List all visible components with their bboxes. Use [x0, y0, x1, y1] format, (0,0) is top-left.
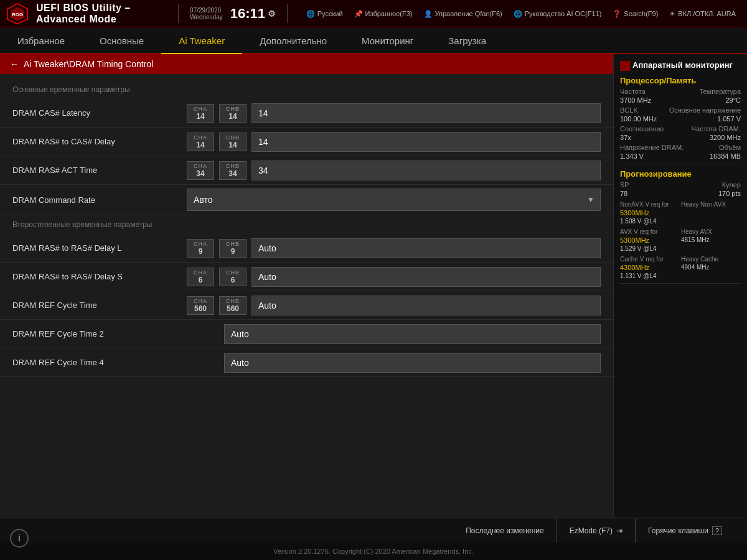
- ras-act-channels: CHA 34 CHB 34: [187, 161, 247, 180]
- ras-ras-l-input[interactable]: [251, 238, 601, 258]
- qfan-action[interactable]: 👤 Управление Qfan(F6): [419, 7, 507, 21]
- version-text: Version 2.20.1276. Copyright (C) 2020 Am…: [273, 548, 474, 555]
- ref-chb-badge: CHB 560: [219, 296, 247, 315]
- ras-cas-label: DRAM RAS# to CAS# Delay: [12, 137, 187, 146]
- cache-heavy-val: 4904 MHz: [681, 264, 741, 271]
- non-avx-label-row: NonAVX V req for Heavy Non-AVX: [620, 201, 741, 208]
- ai-oc-label: Руководство AI OC(F11): [525, 10, 602, 17]
- ref4-label: DRAM REF Cycle Time 4: [12, 358, 187, 367]
- cpu-mem-section-title: Процессор/Память: [620, 76, 741, 85]
- ras-cas-chb-val: 14: [228, 141, 237, 149]
- ref2-label: DRAM REF Cycle Time 2: [12, 329, 187, 338]
- ref-label: DRAM REF Cycle Time: [12, 301, 187, 310]
- aura-icon: ☀: [669, 10, 675, 18]
- ref2-input[interactable]: [224, 324, 601, 344]
- ai-oc-action[interactable]: 🌐 Руководство AI OC(F11): [509, 7, 607, 21]
- cas-cha-badge: CHA 14: [187, 104, 214, 123]
- bclk-volt-label-row: BCLK Основное напряжение: [620, 106, 741, 114]
- non-avx-label: NonAVX V req for: [620, 201, 680, 208]
- nav-item-ai-tweaker[interactable]: Ai Tweaker: [161, 28, 242, 54]
- ref4-input[interactable]: [224, 353, 601, 373]
- ref-chb-label: CHB: [226, 298, 240, 304]
- back-arrow-icon[interactable]: ←: [10, 59, 19, 69]
- capacity-label: Объём: [719, 144, 741, 151]
- setting-row-cmd-rate: DRAM Command Rate Авто 1T 2T ▼: [0, 185, 613, 215]
- favorites-action[interactable]: 📌 Избранное(F3): [349, 7, 418, 21]
- ratio-label: Соотношение: [620, 125, 664, 133]
- hotkeys-action[interactable]: Горячие клавиши ?: [636, 518, 735, 543]
- sp-cooler-val-row: 78 170 pts: [620, 190, 741, 197]
- setting-row-ref4: DRAM REF Cycle Time 4: [0, 348, 613, 377]
- ai-icon: 🌐: [514, 10, 522, 18]
- divider-2: [287, 4, 288, 23]
- last-change-action[interactable]: Последнее изменение: [453, 518, 557, 543]
- settings-gear-icon[interactable]: ⚙: [268, 9, 276, 19]
- svg-text:ROG: ROG: [12, 12, 23, 17]
- question-icon: ?: [712, 526, 722, 535]
- ras-cas-chb-badge: CHB 14: [219, 133, 247, 151]
- search-label: Search(F9): [624, 10, 658, 17]
- avx-label: AVX V req for: [620, 228, 680, 235]
- right-panel: Аппаратный мониторинг Процессор/Память Ч…: [613, 54, 747, 518]
- time-text: 16:11: [230, 6, 265, 22]
- favorites-label: Избранное(F3): [365, 10, 413, 17]
- nav-item-monitor[interactable]: Мониторинг: [344, 28, 431, 54]
- cmd-rate-select[interactable]: Авто 1T 2T: [187, 189, 601, 211]
- ras-cas-channels: CHA 14 CHB 14: [187, 133, 247, 151]
- ras-cas-cha-label: CHA: [194, 134, 207, 141]
- capacity-value: 16384 MB: [710, 152, 741, 160]
- time-display: 16:11 ⚙: [230, 6, 276, 22]
- nav-item-advanced[interactable]: Дополнительно: [242, 28, 344, 54]
- ras-ras-s-cha-val: 6: [199, 276, 203, 284]
- nav-item-main[interactable]: Основные: [82, 28, 161, 54]
- ras-ras-l-label: DRAM RAS# to RAS# Delay L: [12, 243, 187, 253]
- cmd-rate-select-wrapper: Авто 1T 2T ▼: [187, 189, 601, 211]
- non-avx-heavy-label: Heavy Non-AVX: [681, 201, 741, 208]
- qfan-label: Управление Qfan(F6): [435, 10, 502, 17]
- top-actions: 🌐 Русский 📌 Избранное(F3) 👤 Управление Q…: [301, 7, 741, 21]
- ras-ras-s-chb-label: CHB: [226, 269, 240, 276]
- setting-row-ras-act: DRAM RAS# ACT Time CHA 34 CHB 34: [0, 156, 613, 185]
- bios-title: UEFI BIOS Utility – Advanced Mode: [36, 2, 167, 25]
- setting-row-ras-ras-s: DRAM RAS# to RAS# Delay S CHA 6 CHB 6: [0, 263, 613, 291]
- language-action[interactable]: 🌐 Русский: [301, 7, 348, 21]
- prediction-section: SP Кулер 78 170 pts NonAVX V req for Hea…: [620, 181, 741, 284]
- cas-channels: CHA 14 CHB 14: [187, 104, 247, 123]
- datetime-block: 07/29/2020 Wednesday: [190, 7, 223, 21]
- dram-volt-cap-label-row: Напряжение DRAM. Объём: [620, 144, 741, 151]
- hw-cpu-section: Частота Температура 3700 MHz 29°C BCLK О…: [620, 88, 741, 164]
- cache-label: Cache V req for: [620, 256, 680, 263]
- ref-input[interactable]: [251, 296, 601, 315]
- sp-value: 78: [620, 190, 627, 197]
- primary-section-header: Основные временные параметры: [0, 80, 613, 99]
- rog-logo: ROG: [6, 2, 29, 25]
- freq-label: Частота: [620, 88, 646, 95]
- aura-label: ВКЛ./ОТКЛ. AURA: [678, 10, 736, 17]
- ras-cas-input[interactable]: [251, 132, 601, 152]
- version-bar: Version 2.20.1276. Copyright (C) 2020 Am…: [0, 543, 747, 560]
- ez-mode-action[interactable]: EzMode (F7) ⇥: [557, 518, 636, 543]
- prediction-title: Прогнозирование: [620, 169, 741, 179]
- breadcrumb-path: Ai Tweaker\DRAM Timing Control: [24, 59, 153, 69]
- ras-act-chb-badge: CHB 34: [219, 161, 247, 180]
- left-content: ← Ai Tweaker\DRAM Timing Control Основны…: [0, 54, 613, 518]
- ras-ras-s-input[interactable]: [251, 267, 601, 287]
- ras-cas-chb-label: CHB: [226, 134, 240, 141]
- dram-volt-cap-val-row: 1.343 V 16384 MB: [620, 152, 741, 160]
- ras-act-input[interactable]: [251, 161, 601, 180]
- bclk-value: 100.00 MHz: [620, 115, 657, 123]
- main-layout: ← Ai Tweaker\DRAM Timing Control Основны…: [0, 54, 747, 518]
- nav-bar: Избранное Основные Ai Tweaker Дополнител…: [0, 28, 747, 54]
- non-avx-block: NonAVX V req for Heavy Non-AVX 5300MHz 1…: [620, 201, 741, 225]
- nav-item-favorites[interactable]: Избранное: [0, 28, 82, 54]
- bclk-label: BCLK: [620, 106, 638, 114]
- setting-row-ref: DRAM REF Cycle Time CHA 560 CHB 560: [0, 291, 613, 320]
- nav-item-boot[interactable]: Загрузка: [431, 28, 504, 54]
- ref-chb-val: 560: [227, 304, 239, 313]
- cache-block: Cache V req for Heavy Cache 4300MHz 4904…: [620, 256, 741, 279]
- cas-input[interactable]: [251, 103, 601, 123]
- avx-heavy-label: Heavy AVX: [681, 228, 741, 235]
- search-action[interactable]: ❓ Search(F9): [608, 7, 663, 21]
- ras-ras-l-chb-label: CHB: [226, 241, 240, 247]
- aura-action[interactable]: ☀ ВКЛ./ОТКЛ. AURA: [664, 7, 741, 21]
